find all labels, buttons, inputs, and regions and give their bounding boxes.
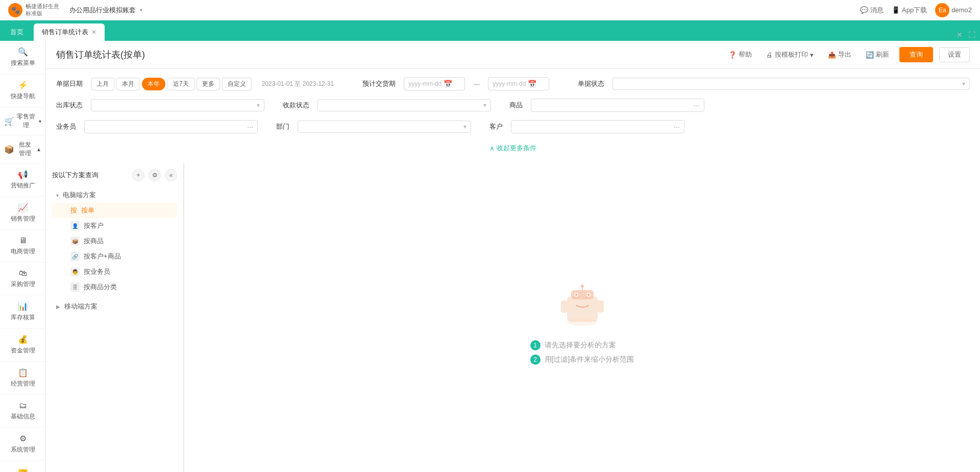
system-icon: ⚙ bbox=[19, 434, 27, 443]
dept-select[interactable]: ▾ bbox=[298, 121, 471, 133]
svg-point-8 bbox=[581, 285, 584, 288]
query-button[interactable]: 查询 bbox=[899, 47, 933, 62]
refresh-button[interactable]: 🔄 刷新 bbox=[862, 48, 893, 61]
sidebar-item-basic[interactable]: 🗂 基础信息 bbox=[0, 395, 45, 428]
calendar-end-icon[interactable]: 📅 bbox=[528, 80, 536, 88]
help-icon: ❓ bbox=[728, 51, 737, 59]
status-dropdown-icon: ▾ bbox=[962, 80, 965, 87]
sidebar-item-sales[interactable]: 📈 销售管理 bbox=[0, 197, 45, 230]
empty-state: 1 请先选择要分析的方案 2 用[过滤]条件来缩小分析范围 bbox=[184, 163, 980, 472]
more-btn[interactable]: 更多 bbox=[197, 78, 220, 90]
corp-icon: 🤝 bbox=[18, 467, 28, 472]
customer-more-icon[interactable]: ··· bbox=[674, 123, 680, 131]
svg-point-6 bbox=[587, 294, 590, 296]
top-bar-right: 💬 消息 📱 App下载 Ea demo2 bbox=[860, 3, 972, 17]
user-area[interactable]: Ea demo2 bbox=[935, 3, 972, 17]
main-split: 按以下方案查询 + ⚙ « ▾ 电脑端方案 按 按单 bbox=[46, 163, 980, 472]
template-print-button[interactable]: 🖨 按模板打印 ▾ bbox=[762, 48, 818, 61]
page-actions: ❓ 帮助 🖨 按模板打印 ▾ 📤 导出 🔄 刷新 查询 设置 bbox=[724, 47, 970, 62]
add-scheme-button[interactable]: + bbox=[132, 169, 144, 181]
expected-date-end[interactable]: yyyy-mm-dd 📅 bbox=[488, 77, 549, 90]
tree-item-by-order[interactable]: 按 按单 bbox=[52, 203, 177, 218]
tree-item-by-goods[interactable]: 📦 按商品 bbox=[52, 233, 177, 249]
sidebar-item-finance[interactable]: 💰 资金管理 bbox=[0, 328, 45, 362]
collection-status-label: 收款状态 bbox=[283, 101, 309, 110]
tree-pc-header[interactable]: ▾ 电脑端方案 bbox=[52, 187, 177, 203]
collapse-panel-button[interactable]: « bbox=[165, 169, 177, 181]
custom-btn[interactable]: 自定义 bbox=[222, 78, 252, 90]
by-goods-cat-icon: 🗄 bbox=[70, 282, 80, 292]
page-header: 销售订单统计表(按单) ❓ 帮助 🖨 按模板打印 ▾ 📤 导出 🔄 刷新 bbox=[46, 41, 980, 69]
tree-item-by-salesperson[interactable]: 👨 按业务员 bbox=[52, 264, 177, 279]
sidebar-item-corp[interactable]: 🤝 企业协同 bbox=[0, 461, 45, 472]
help-button[interactable]: ❓ 帮助 bbox=[724, 48, 756, 61]
sidebar-item-operations[interactable]: 📋 经营管理 bbox=[0, 362, 45, 395]
svg-rect-10 bbox=[598, 300, 604, 313]
refresh-icon: 🔄 bbox=[866, 51, 874, 59]
message-button[interactable]: 💬 消息 bbox=[860, 6, 884, 15]
this-year-btn[interactable]: 本年 bbox=[142, 78, 165, 90]
sidebar-item-retail[interactable]: 🛒 零售管理 ▾ bbox=[0, 107, 45, 135]
salesperson-more-icon[interactable]: ··· bbox=[247, 123, 253, 131]
goods-more-icon[interactable]: ··· bbox=[694, 101, 700, 109]
tree-item-by-customer[interactable]: 👤 按客户 bbox=[52, 218, 177, 233]
sidebar-item-inventory[interactable]: 📊 库存核算 bbox=[0, 295, 45, 328]
svg-point-5 bbox=[575, 294, 577, 296]
collection-status-select[interactable]: ▾ bbox=[317, 99, 491, 111]
status-select[interactable]: ▾ bbox=[612, 78, 970, 90]
tab-window-controls: ✕ ⛶ bbox=[955, 31, 980, 41]
collapse-chevron-up: ∧ bbox=[489, 145, 495, 152]
sidebar-item-search[interactable]: 🔍 搜索菜单 bbox=[0, 41, 45, 74]
expected-date-start[interactable]: yyyy-mm-dd 📅 bbox=[404, 77, 465, 90]
calendar-start-icon[interactable]: 📅 bbox=[444, 80, 452, 88]
out-status-select[interactable]: ▾ bbox=[91, 99, 264, 111]
system-dropdown-arrow[interactable]: ▾ bbox=[140, 7, 142, 13]
by-customer-goods-icon: 🔗 bbox=[70, 252, 80, 261]
sidebar-item-system[interactable]: ⚙ 系统管理 bbox=[0, 428, 45, 461]
left-panel-title: 按以下方案查询 bbox=[52, 171, 99, 180]
sidebar-item-wholesale[interactable]: 📦 批发管理 ▲ bbox=[0, 135, 45, 163]
empty-illustration bbox=[552, 271, 613, 332]
by-customer-icon: 👤 bbox=[70, 221, 80, 230]
tab-sales-stats[interactable]: 销售订单统计表 ✕ bbox=[34, 23, 105, 41]
dept-dropdown-icon: ▾ bbox=[463, 123, 467, 130]
last-month-btn[interactable]: 上月 bbox=[91, 78, 114, 90]
tree-mobile-header[interactable]: ▶ 移动端方案 bbox=[52, 299, 177, 314]
wholesale-icon: 📦 bbox=[4, 145, 14, 154]
app-download-button[interactable]: 📱 App下载 bbox=[892, 6, 927, 15]
close-window-button[interactable]: ✕ bbox=[955, 31, 964, 39]
main-layout: 🔍 搜索菜单 ⚡ 快捷导航 🛒 零售管理 ▾ 📦 批发管理 ▲ 📢 营销推广 📈… bbox=[0, 41, 980, 472]
tree-item-by-goods-category[interactable]: 🗄 按商品分类 bbox=[52, 279, 177, 295]
export-button[interactable]: 📤 导出 bbox=[824, 48, 855, 61]
scheme-settings-button[interactable]: ⚙ bbox=[149, 169, 161, 181]
this-month-btn[interactable]: 本月 bbox=[116, 78, 140, 90]
salesperson-input[interactable]: ··· bbox=[84, 120, 258, 133]
purchase-icon: 🛍 bbox=[19, 269, 27, 278]
expected-date-label: 预计交货期 bbox=[362, 79, 396, 88]
last7-btn[interactable]: 近7天 bbox=[167, 78, 194, 90]
page-title: 销售订单统计表(按单) bbox=[56, 49, 145, 61]
left-panel-actions: + ⚙ « bbox=[132, 169, 177, 181]
sidebar-item-quicknav[interactable]: ⚡ 快捷导航 bbox=[0, 74, 45, 107]
maximize-window-button[interactable]: ⛶ bbox=[968, 31, 976, 39]
goods-input[interactable]: ··· bbox=[531, 99, 704, 112]
logo-area: 🐾 畅捷通好生意 标准版 bbox=[8, 3, 59, 17]
tree-item-by-customer-goods[interactable]: 🔗 按客户+商品 bbox=[52, 249, 177, 264]
tab-home[interactable]: 首页 bbox=[2, 23, 32, 41]
customer-input[interactable]: ··· bbox=[511, 120, 684, 133]
empty-tips: 1 请先选择要分析的方案 2 用[过滤]条件来缩小分析范围 bbox=[530, 340, 634, 365]
sidebar-item-marketing[interactable]: 📢 营销推广 bbox=[0, 163, 45, 197]
settings-button[interactable]: 设置 bbox=[939, 47, 970, 62]
tip-num-2: 2 bbox=[530, 355, 541, 365]
out-status-label: 出库状态 bbox=[56, 101, 83, 110]
tab-close-icon[interactable]: ✕ bbox=[91, 29, 96, 36]
download-icon: 📱 bbox=[892, 6, 900, 14]
out-status-dropdown-icon: ▾ bbox=[257, 102, 260, 109]
user-avatar: Ea bbox=[935, 3, 949, 17]
sidebar-item-purchase[interactable]: 🛍 采购管理 bbox=[0, 263, 45, 295]
collapse-button[interactable]: ∧ 收起更多条件 bbox=[56, 141, 970, 155]
search-icon: 🔍 bbox=[18, 47, 28, 57]
quicknav-icon: ⚡ bbox=[18, 80, 28, 90]
sidebar-item-ecommerce[interactable]: 🖥 电商管理 bbox=[0, 230, 45, 263]
status-label: 单据状态 bbox=[578, 79, 604, 88]
